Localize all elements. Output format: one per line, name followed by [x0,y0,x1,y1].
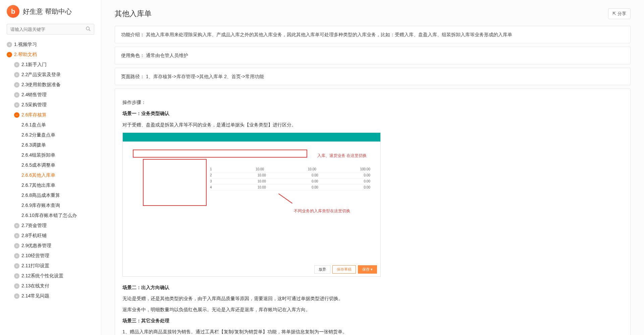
page-title: 其他入库单 [115,9,152,19]
expand-icon: + [14,263,19,269]
nav-label: 2.9优惠券管理 [21,243,51,249]
share-icon: ⇱ [612,11,618,16]
scene3-text: 1、赠品入库的商品直接转为销售。通过工具栏【复制/复制为销货单】功能，将单据信息… [122,328,623,335]
expand-icon: + [14,72,19,77]
collapse-icon: − [7,52,12,57]
nav-label: 2.6库存核算 [21,112,47,118]
nav-item-2-11[interactable]: +2.11打印设置 [14,261,94,271]
expand-icon: + [14,82,19,88]
brand-row: b 好生意 帮助中心 [7,5,94,18]
annotation-2: 不同业务的入库类型在这里切换 [294,208,350,214]
intro-text: 其他入库单用来处理除采购入库、产成品入库之外的其他入库业务，因此其他入库单可处理… [146,32,512,37]
path-text: 1、库存核算->库存管理->其他入库单 2、首页->常用功能 [146,74,264,79]
share-button[interactable]: ⇱ 分享 [608,8,631,19]
share-label: 分享 [618,11,626,16]
scene3-title: 场景三：其它业务处理 [122,317,623,325]
page-header: 其他入库单 ⇱ 分享 [115,8,631,19]
nav-item-2-13[interactable]: +2.13在线支付 [14,281,94,291]
intro-box: 功能介绍：其他入库单用来处理除采购入库、产成品入库之外的其他入库业务，因此其他入… [115,26,631,43]
screenshot-image: 入库、退货业务 在这里切换 不同业务的入库类型在这里切换 110.0010.00… [122,132,381,277]
nav-leaf-2-6-8[interactable]: 2.6.8商品成本重算 [21,190,94,201]
nav-item-2-7[interactable]: +2.7资金管理 [14,221,94,231]
nav-label: 2.13在线支付 [21,283,49,289]
intro-label: 功能介绍： [121,32,145,37]
expand-icon: + [14,273,19,279]
nav-item-2-4[interactable]: +2.4销售管理 [14,90,94,100]
nav-item-2-14[interactable]: +2.14常见问题 [14,291,94,301]
brand-title: 好生意 帮助中心 [23,7,72,16]
nav-leaf-2-6-4[interactable]: 2.6.4组装拆卸单 [21,150,94,160]
expand-icon: + [14,243,19,248]
search-box [7,24,94,35]
nav-leaf-2-6-6[interactable]: 2.6.6其他入库单 [21,170,94,180]
nav-leaf-2-6-5[interactable]: 2.6.5成本调整单 [21,160,94,170]
img-save-button: 保存 ▾ [358,265,377,274]
nav-item-2-10[interactable]: +2.10经营管理 [14,251,94,261]
nav-item-2-6[interactable]: −2.6库存核算 [14,110,94,120]
nav-item-2-9[interactable]: +2.9优惠券管理 [14,241,94,251]
scene2-text1: 无论是受赠，还是其他类型的业务，由于入库商品质量等原因，需要退回，这时可通过单据… [122,294,623,303]
path-label: 页面路径： [121,74,145,79]
role-text: 通常由仓管人员维护 [146,53,188,58]
nav-item-2-5[interactable]: +2.5采购管理 [14,100,94,110]
svg-point-0 [86,27,89,30]
main-content: 其他入库单 ⇱ 分享 功能介绍：其他入库单用来处理除采购入库、产成品入库之外的其… [101,0,644,335]
nav-item-2-8[interactable]: +2.8手机旺铺 [14,231,94,241]
nav-tree: +1.视频学习 −2.帮助文档 +2.1新手入门 +2.2产品安装及登录 +2.… [7,40,94,301]
nav-leaf-2-6-7[interactable]: 2.6.7其他出库单 [21,180,94,190]
expand-icon: + [14,233,19,238]
scene2-title: 场景二：出入方向确认 [122,283,623,292]
expand-icon: + [14,253,19,259]
role-label: 使用角色： [121,53,145,58]
nav-item-2-3[interactable]: +2.3使用前数据准备 [14,80,94,90]
expand-icon: + [14,102,19,108]
nav-item-2-1[interactable]: +2.1新手入门 [14,60,94,70]
nav-leaf-2-6-9[interactable]: 2.6.9库存账本查询 [21,201,94,211]
scene1-text: 对于受赠、盘盈或是拆装入库等不同的业务，是通过单据头【业务类型】进行区分。 [122,121,623,129]
nav-label: 2.2产品安装及登录 [21,72,61,78]
steps-label: 操作步骤： [122,98,623,107]
role-box: 使用角色：通常由仓管人员维护 [115,47,631,64]
nav-label: 2.4销售管理 [21,92,47,98]
nav-leaf-2-6-2[interactable]: 2.6.2分量盘点单 [21,130,94,140]
img-draft-button: 保存草稿 [332,265,356,274]
scene2-text2: 退库业务中，明细数量均以负值红色展示。无论是入库还是退库，库存账均记在入库方向。 [122,305,623,314]
nav-item-helpdoc[interactable]: −2.帮助文档 [7,50,94,60]
expand-icon: + [14,293,19,299]
nav-label: 2.1新手入门 [21,62,47,68]
search-icon[interactable] [86,26,91,33]
annotation-1: 入库、退货业务 在这里切换 [317,153,367,159]
nav-item-2-12[interactable]: +2.12系统个性化设置 [14,271,94,281]
nav-label: 2.3使用前数据准备 [21,82,61,88]
path-box: 页面路径：1、库存核算->库存管理->其他入库单 2、首页->常用功能 [115,68,631,85]
nav-label: 2.8手机旺铺 [21,233,47,239]
sidebar: b 好生意 帮助中心 +1.视频学习 −2.帮助文档 +2.1新手入门 +2.2… [0,0,101,335]
nav-label: 2.7资金管理 [21,223,47,229]
expand-icon: + [7,42,12,47]
logo-icon: b [7,5,19,18]
nav-label: 2.12系统个性化设置 [21,273,63,279]
nav-label: 1.视频学习 [14,42,37,48]
expand-icon: + [14,92,19,98]
img-discard-button: 放弃 [314,265,330,274]
nav-leaf-2-6-3[interactable]: 2.6.3调拨单 [21,140,94,150]
nav-leaf-2-6-10[interactable]: 2.6.10库存账本错了怎么办 [21,211,94,221]
nav-label: 2.11打印设置 [21,263,49,269]
nav-item-video[interactable]: +1.视频学习 [7,40,94,50]
nav-label: 2.5采购管理 [21,102,47,108]
nav-label: 2.帮助文档 [14,52,37,58]
search-input[interactable] [7,24,94,35]
content-block: 操作步骤： 场景一：业务类型确认 对于受赠、盘盈或是拆装入库等不同的业务，是通过… [115,89,631,335]
nav-item-2-2[interactable]: +2.2产品安装及登录 [14,70,94,80]
expand-icon: + [14,283,19,289]
scene1-title: 场景一：业务类型确认 [122,109,623,118]
expand-icon: + [14,223,19,228]
collapse-icon: − [14,112,19,118]
nav-label: 2.10经营管理 [21,253,49,259]
nav-label: 2.14常见问题 [21,293,49,299]
nav-leaf-2-6-1[interactable]: 2.6.1盘点单 [21,120,94,130]
expand-icon: + [14,62,19,67]
svg-line-1 [89,30,90,31]
